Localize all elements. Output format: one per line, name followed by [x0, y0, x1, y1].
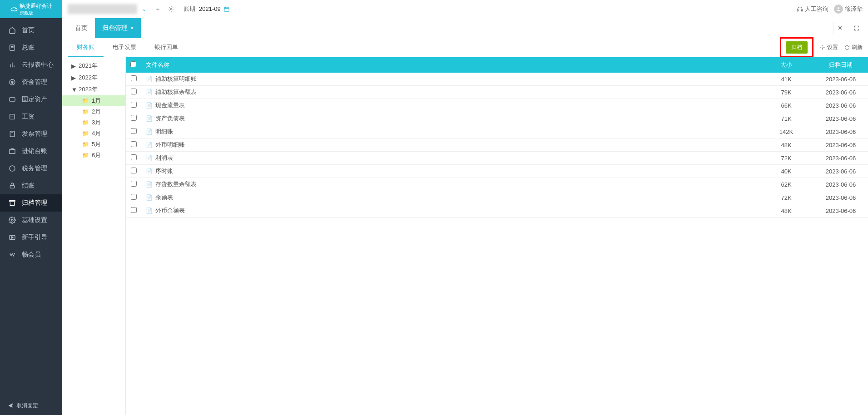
row-checkbox[interactable] — [131, 102, 137, 108]
play-icon — [8, 233, 16, 242]
table-row[interactable]: 📄辅助核算余额表79K2023-06-06 — [126, 86, 868, 99]
row-checkbox[interactable] — [131, 181, 137, 187]
tree-month-5[interactable]: 📁5月 — [62, 139, 125, 150]
nav-funds[interactable]: ¥资金管理 — [0, 74, 62, 91]
user-menu[interactable]: 徐泽华 — [834, 5, 863, 14]
nav-invoice[interactable]: 发票管理 — [0, 125, 62, 143]
file-name: 外币明细账 — [155, 141, 185, 148]
settings-button[interactable]: 设置 — [820, 44, 838, 51]
close-icon[interactable]: × — [130, 25, 134, 31]
file-date: 2023-06-06 — [813, 99, 868, 112]
tree-month-4[interactable]: 📁4月 — [62, 128, 125, 139]
tree-year-2023[interactable]: ▼2023年 — [62, 84, 125, 95]
file-date: 2023-06-06 — [813, 165, 868, 178]
table-row[interactable]: 📄辅助核算明细账41K2023-06-06 — [126, 73, 868, 86]
tree-month-1[interactable]: 📁1月 — [62, 95, 125, 106]
table-row[interactable]: 📄利润表72K2023-06-06 — [126, 152, 868, 165]
table-row[interactable]: 📄资产负债表71K2023-06-06 — [126, 112, 868, 125]
file-icon: 📄 — [146, 102, 153, 109]
table-row[interactable]: 📄外币余额表48K2023-06-06 — [126, 204, 868, 217]
file-icon: 📄 — [146, 76, 153, 82]
nav-home[interactable]: 首页 — [0, 22, 62, 39]
row-checkbox[interactable] — [131, 207, 137, 213]
nav-member[interactable]: 畅会员 — [0, 246, 62, 263]
period-label: 账期 — [184, 5, 195, 13]
consult-button[interactable]: 人工咨询 — [797, 5, 828, 13]
tab-home[interactable]: 首页 — [68, 18, 95, 38]
table-row[interactable]: 📄存货数量余额表62K2023-06-06 — [126, 178, 868, 191]
fullscreen-button[interactable] — [850, 22, 863, 35]
row-checkbox[interactable] — [131, 154, 137, 160]
content: 财务账 电子发票 银行回单 归档 设置 刷新 — [62, 38, 868, 415]
table-row[interactable]: 📄外币明细账48K2023-06-06 — [126, 138, 868, 152]
file-date: 2023-06-06 — [813, 204, 868, 217]
svg-rect-8 — [10, 98, 15, 101]
brand-edition: 旗舰版 — [20, 10, 52, 16]
tab-archive[interactable]: 归档管理 × — [95, 18, 141, 38]
file-size: 41K — [759, 73, 813, 86]
row-checkbox[interactable] — [131, 141, 137, 147]
nav-ledger[interactable]: 总账 — [0, 39, 62, 56]
row-checkbox[interactable] — [131, 115, 137, 121]
calendar-icon[interactable] — [223, 5, 230, 13]
nav-salary[interactable]: 工资 — [0, 108, 62, 125]
select-all-checkbox[interactable] — [130, 61, 136, 67]
nav-tax[interactable]: 税务管理 — [0, 160, 62, 177]
plus-icon[interactable]: ＋ — [155, 5, 161, 13]
nav-inventory[interactable]: 进销台账 — [0, 143, 62, 160]
row-checkbox[interactable] — [131, 128, 137, 134]
file-date: 2023-06-06 — [813, 178, 868, 191]
file-date: 2023-06-06 — [813, 125, 868, 138]
tree-year-2021[interactable]: ▶2021年 — [62, 60, 125, 72]
file-size: 79K — [759, 86, 813, 99]
file-size: 62K — [759, 178, 813, 191]
money-icon: ¥ — [8, 78, 16, 86]
file-name: 资产负债表 — [155, 115, 185, 122]
tree-month-6[interactable]: 📁6月 — [62, 150, 125, 161]
gear-icon[interactable] — [168, 5, 174, 13]
invoice-icon — [8, 130, 16, 138]
tree-month-3[interactable]: 📁3月 — [62, 117, 125, 128]
row-checkbox[interactable] — [131, 194, 137, 200]
file-icon: 📄 — [146, 115, 153, 122]
page-tabs: 首页 归档管理 × ✕ — [62, 18, 868, 38]
row-checkbox[interactable] — [131, 168, 137, 173]
nav-archive[interactable]: 归档管理 — [0, 194, 62, 212]
cloud-icon — [10, 5, 18, 13]
archive-button[interactable]: 归档 — [786, 41, 808, 54]
arrow-left-icon: ⮜ — [8, 403, 14, 409]
svg-rect-9 — [10, 114, 15, 119]
row-checkbox[interactable] — [131, 89, 137, 94]
ledger-icon — [8, 44, 16, 52]
file-date: 2023-06-06 — [813, 86, 868, 99]
table-row[interactable]: 📄现金流量表66K2023-06-06 — [126, 99, 868, 112]
close-all-button[interactable]: ✕ — [833, 22, 846, 35]
caret-down-icon: ▼ — [71, 86, 77, 93]
brand-name: 畅捷通好会计 — [20, 2, 52, 10]
row-checkbox[interactable] — [131, 75, 137, 81]
file-date: 2023-06-06 — [813, 152, 868, 165]
table-row[interactable]: 📄余额表72K2023-06-06 — [126, 191, 868, 204]
nav-closing[interactable]: 结账 — [0, 177, 62, 194]
chevron-down-icon[interactable]: ⌄ — [142, 5, 147, 12]
file-icon: 📄 — [146, 128, 153, 135]
subtab-finance[interactable]: 财务账 — [68, 38, 104, 57]
svg-marker-20 — [12, 237, 13, 238]
subtab-einvoice[interactable]: 电子发票 — [104, 38, 145, 57]
sidebar-collapse[interactable]: ⮜ 取消固定 — [0, 396, 62, 415]
nav-cloud-report[interactable]: 云报表中心 — [0, 56, 62, 74]
table-row[interactable]: 📄序时账40K2023-06-06 — [126, 165, 868, 178]
tree-month-2[interactable]: 📁2月 — [62, 106, 125, 117]
refresh-button[interactable]: 刷新 — [844, 44, 863, 51]
tree-year-2022[interactable]: ▶2022年 — [62, 72, 125, 84]
nav-fixed-assets[interactable]: 固定资产 — [0, 91, 62, 108]
table-row[interactable]: 📄明细账142K2023-06-06 — [126, 125, 868, 138]
file-icon: 📄 — [146, 208, 153, 214]
nav-settings[interactable]: 基础设置 — [0, 212, 62, 229]
home-icon — [8, 26, 16, 35]
company-selector[interactable]: ⌄ ＋ 账期 2021-09 — [68, 4, 230, 14]
nav-guide[interactable]: 新手引导 — [0, 229, 62, 246]
main: ⌄ ＋ 账期 2021-09 人工咨询 徐泽华 首页 — [62, 0, 868, 415]
subtab-bank[interactable]: 银行回单 — [145, 38, 187, 57]
svg-point-18 — [11, 219, 13, 221]
